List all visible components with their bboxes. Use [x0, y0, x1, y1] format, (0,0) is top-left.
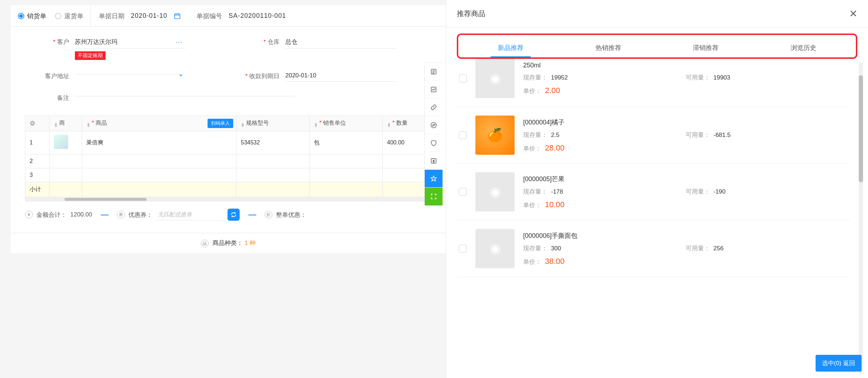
close-icon[interactable]: ✕ — [849, 8, 857, 20]
recommend-body: ◉ 250ml 现存量：19952 可用量：19903 单价：2.00 🍊 [0… — [446, 59, 868, 378]
product-title: [0000005]芒果 — [523, 175, 848, 183]
table-row[interactable]: 2 — [25, 154, 432, 168]
remark-value[interactable] — [75, 92, 296, 96]
tab-hot[interactable]: 热销推荐 — [592, 39, 625, 57]
row-unit[interactable]: 包 — [310, 131, 383, 154]
toolbar-list-icon[interactable] — [425, 63, 443, 81]
address-value[interactable] — [75, 70, 185, 75]
tab-new[interactable]: 新品推荐 — [494, 39, 527, 57]
minus-icon: — — [101, 210, 108, 219]
product-checkbox[interactable] — [459, 245, 467, 252]
price-kv: 单价：2.00 — [523, 86, 848, 95]
order-form-fields: 客户 苏州万达沃尔玛 ⋯ 不固定账期 仓库 总仓 客户地址 — [11, 27, 446, 116]
customer-field[interactable]: 客户 苏州万达沃尔玛 ⋯ 不固定账期 — [25, 36, 185, 60]
calendar-icon[interactable] — [174, 12, 181, 20]
toolbar-expand-icon[interactable] — [425, 188, 443, 205]
tab-history[interactable]: 浏览历史 — [787, 39, 820, 57]
doc-date-label: 单据日期 — [99, 12, 124, 20]
toolbar-swap-icon[interactable] — [425, 116, 443, 134]
product-info: 250ml 现存量：19952 可用量：19903 单价：2.00 — [523, 62, 848, 95]
col-spec[interactable]: ▲▼规格型号 — [236, 116, 310, 131]
sort-icon: ▲▼ — [314, 122, 318, 127]
product-list: ◉ 250ml 现存量：19952 可用量：19903 单价：2.00 🍊 [0… — [457, 59, 850, 277]
whole-discount: 折 整单优惠： — [265, 211, 306, 219]
ellipsis-icon[interactable]: ⋯ — [175, 38, 183, 46]
product-checkbox[interactable] — [459, 188, 467, 196]
row-qty[interactable]: 400.00 — [383, 131, 432, 154]
product-checkbox[interactable] — [459, 75, 467, 82]
stock-kv: 现存量：2.5 — [523, 131, 686, 139]
line-items-table-wrap: ⚙ ▲▼商 ▲▼商品 扫码录入 ▲▼规格型号 ▲▼销售单位 ▲▼数量 1 果倍爽 — [11, 116, 446, 201]
toolbar-star-icon[interactable] — [425, 170, 443, 188]
price-kv: 单价：28.00 — [523, 143, 848, 153]
doc-date-field[interactable]: 单据日期 2020-01-10 — [91, 12, 189, 20]
toolbar-currency-icon[interactable] — [425, 152, 443, 170]
sort-icon: ▲▼ — [387, 122, 391, 127]
row-product[interactable]: 果倍爽 — [82, 131, 236, 154]
warehouse-value[interactable]: 总仓 — [285, 36, 396, 48]
warehouse-label: 仓库 — [235, 36, 285, 46]
col-settings[interactable]: ⚙ — [25, 116, 50, 131]
avail-kv: 可用量：-681.5 — [686, 131, 848, 139]
product-info: [0000006]手撕面包 现存量：300 可用量：256 单价：38.00 — [523, 231, 848, 266]
table-row[interactable]: 1 果倍爽 534532 包 400.00 — [25, 131, 432, 154]
table-row[interactable]: 3 — [25, 168, 432, 182]
due-value[interactable]: 2020-01-10 — [285, 70, 396, 82]
toolbar-chart-icon[interactable] — [425, 81, 443, 98]
select-return-button[interactable]: 选中(0) 返回 — [816, 355, 862, 372]
coupon-label: 优惠券： — [128, 211, 153, 219]
scroll-thumb[interactable] — [65, 198, 147, 201]
side-toolbar — [424, 62, 442, 206]
customer-value[interactable]: 苏州万达沃尔玛 ⋯ — [75, 36, 185, 48]
minus-icon: — — [248, 210, 256, 219]
whole-label: 整单优惠： — [276, 211, 306, 219]
product-item[interactable]: ◉ 250ml 现存量：19952 可用量：19903 单价：2.00 — [457, 59, 850, 107]
kinds-value: 1 — [245, 240, 248, 246]
warehouse-field[interactable]: 仓库 总仓 — [235, 36, 396, 48]
col-product[interactable]: ▲▼商品 扫码录入 — [82, 116, 236, 131]
product-item[interactable]: ◉ [0000006]手撕面包 现存量：300 可用量：256 单价：38.00 — [457, 220, 850, 277]
refresh-button[interactable] — [228, 209, 240, 221]
scan-input-button[interactable]: 扫码录入 — [208, 119, 233, 128]
product-title: [0000004]橘子 — [523, 118, 848, 127]
warehouse-text: 总仓 — [285, 39, 297, 45]
radio-sale-order[interactable]: 销货单 — [18, 12, 46, 20]
kinds-suffix: 种 — [250, 240, 256, 246]
avail-kv: 可用量：19903 — [686, 73, 848, 82]
scroll-thumb[interactable] — [859, 75, 863, 182]
order-form-panel: 销货单 退货单 单据日期 2020-01-10 单据编号 SA-20200110… — [11, 5, 446, 253]
stock-kv: 现存量：300 — [523, 244, 686, 252]
col-image[interactable]: ▲▼商 — [50, 116, 82, 131]
sort-icon: ▲▼ — [86, 122, 90, 127]
coupon-input[interactable] — [156, 209, 224, 220]
vertical-scrollbar[interactable] — [859, 62, 863, 374]
product-item[interactable]: ◉ [0000005]芒果 现存量：-178 可用量：-190 单价：10.00 — [457, 164, 850, 220]
discount-icon: 折 — [265, 211, 272, 219]
remark-field[interactable]: 备注 — [25, 92, 296, 102]
doc-no-label: 单据编号 — [196, 12, 222, 20]
row-spec[interactable]: 534532 — [236, 131, 310, 154]
stock-kv: 现存量：19952 — [523, 73, 686, 82]
price-kv: 单价：10.00 — [523, 200, 848, 209]
toolbar-shield-icon[interactable] — [425, 134, 443, 152]
product-item[interactable]: 🍊 [0000004]橘子 现存量：2.5 可用量：-681.5 单价：28.0… — [457, 107, 850, 164]
toolbar-link-icon[interactable] — [425, 98, 443, 116]
due-date-field[interactable]: 收款到期日 2020-01-10 — [235, 70, 396, 82]
recommend-tabs-wrap: 新品推荐 热销推荐 滞销推荐 浏览历史 — [446, 28, 868, 59]
chevron-down-icon[interactable] — [178, 73, 183, 78]
yen-icon: ¥ — [25, 211, 33, 219]
tab-slow[interactable]: 滞销推荐 — [689, 39, 722, 57]
address-field[interactable]: 客户地址 — [25, 70, 185, 80]
product-image-placeholder: ◉ — [475, 59, 515, 98]
horizontal-scrollbar[interactable] — [25, 197, 432, 201]
footer-summary: 品 商品种类： 1 种 — [11, 233, 446, 253]
radio-icon — [55, 13, 61, 19]
kinds-icon: 品 — [201, 240, 209, 247]
svg-point-3 — [431, 122, 436, 128]
kinds-label: 商品种类： — [213, 240, 243, 246]
radio-return-order[interactable]: 退货单 — [55, 12, 83, 20]
col-qty[interactable]: ▲▼数量 — [383, 116, 432, 131]
product-info: [0000005]芒果 现存量：-178 可用量：-190 单价：10.00 — [523, 175, 848, 209]
product-checkbox[interactable] — [459, 131, 467, 139]
col-unit[interactable]: ▲▼销售单位 — [310, 116, 383, 131]
